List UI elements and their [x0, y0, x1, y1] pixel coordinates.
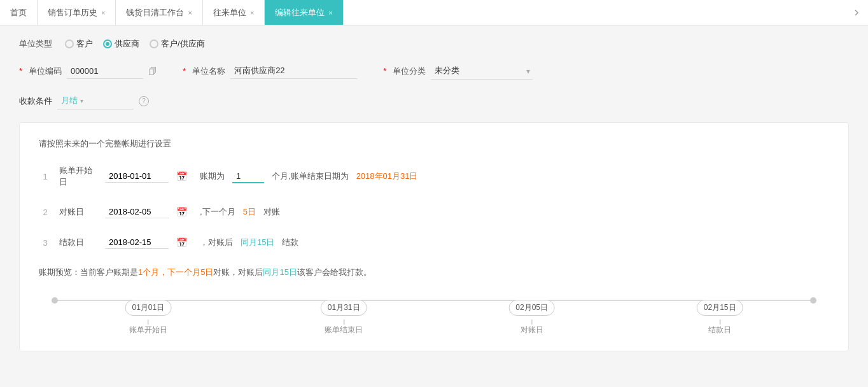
tab-more-button[interactable] [845, 0, 868, 25]
radio-customer[interactable]: 客户 [65, 38, 93, 50]
end-date-value: 2018年01月31日 [356, 171, 418, 182]
period-row-3: 3 结款日 📅 ，对账后同月15日 结款 [39, 236, 829, 249]
tab-sales-history-close[interactable]: × [101, 9, 105, 17]
tab-edit-partner[interactable]: 编辑往来单位 × [265, 0, 343, 25]
period-row-2: 2 对账日 📅 ,下一个月5日 对账 [39, 206, 829, 218]
payment-cond-select[interactable]: 月结 ▾ [57, 92, 134, 109]
timeline-right-dot [810, 297, 816, 304]
reconcile-highlight: 5日 [243, 206, 256, 218]
period-num-1: 1 [39, 172, 52, 181]
preview-text3: 对账，对账后 [213, 267, 263, 277]
card-instruction: 请按照未来的一个完整帐期进行设置 [39, 138, 829, 150]
unit-type-label: 单位类型 [19, 38, 52, 50]
timeline-node-1: 01月01日 账单开始日 [125, 300, 171, 335]
settlement-prefix: ，对账后 [200, 237, 233, 248]
tab-edit-partner-label: 编辑往来单位 [275, 7, 325, 18]
timeline-node-2: 01月31日 账单结束日 [321, 300, 367, 335]
timeline: 01月01日 账单开始日 01月31日 账单结束日 02月05日 对账 [39, 297, 829, 335]
radio-both-label: 客户/供应商 [161, 38, 205, 50]
unit-category-label: 单位分类 [393, 66, 426, 77]
unit-code-input[interactable] [67, 64, 143, 79]
tab-partner-close[interactable]: × [250, 9, 254, 17]
tl-label-3: 对账日 [521, 325, 543, 335]
preview-label: 账期预览：当前客户账期是 [39, 267, 138, 277]
reconcile-date-cal-icon[interactable]: 📅 [176, 207, 187, 217]
tl-badge-4: 02月15日 [697, 300, 743, 316]
reconcile-date-input[interactable] [105, 206, 169, 218]
tl-label-2: 账单结束日 [325, 325, 363, 335]
reconcile-suffix: 对账 [263, 206, 280, 218]
payment-cond-row: 收款条件 月结 ▾ ? [19, 92, 849, 109]
period-label-2: 对账日 [59, 206, 97, 218]
tab-cash-work-close[interactable]: × [188, 9, 192, 17]
radio-supplier-circle [103, 39, 112, 48]
preview-text: 账期预览：当前客户账期是1个月，下一个月5日对账，对账后同月15日该客户会给我打… [39, 267, 829, 278]
tab-cash-work[interactable]: 钱货日清工作台 × [116, 0, 202, 25]
tab-bar: 首页 销售订单历史 × 钱货日清工作台 × 往来单位 × 编辑往来单位 × [0, 0, 868, 25]
radio-customer-label: 客户 [76, 38, 93, 50]
period-suffix-after: 个月,账单结束日期为 [272, 171, 349, 182]
period-suffix-before: 账期为 [200, 171, 225, 182]
required-star-code: * [19, 66, 22, 76]
start-date-input[interactable] [105, 170, 169, 183]
preview-text5: 该客户会给我打款。 [297, 267, 372, 277]
settlement-suffix: 结款 [282, 237, 298, 248]
tl-badge-1: 01月01日 [125, 300, 171, 316]
tl-connector-1 [148, 320, 149, 325]
tab-cash-work-label: 钱货日清工作台 [126, 7, 184, 18]
radio-customer-circle [65, 39, 74, 48]
period-row-1: 1 账单开始日 📅 账期为 个月,账单结束日期为 2018年01月31日 [39, 165, 829, 188]
tl-connector-3 [531, 320, 533, 325]
tl-connector-4 [719, 320, 720, 325]
timeline-inner: 01月01日 账单开始日 01月31日 账单结束日 02月05日 对账 [52, 297, 816, 304]
preview-text4: 同月15日 [263, 267, 297, 277]
payment-cond-chevron-icon: ▾ [80, 97, 83, 104]
tab-sales-history-label: 销售订单历史 [48, 7, 97, 18]
payment-cond-value: 月结 [61, 95, 78, 106]
tl-connector-2 [343, 320, 344, 325]
main-content: 单位类型 客户 供应商 客户/供应商 * 单位编码 🗍 [0, 25, 868, 387]
timeline-node-4: 02月15日 结款日 [697, 300, 743, 335]
settlement-date-cal-icon[interactable]: 📅 [176, 237, 187, 248]
unit-info-row: * 单位编码 🗍 * 单位名称 * 单位分类 未分类 ▾ [19, 62, 849, 80]
unit-category-select[interactable]: 未分类 [431, 62, 533, 80]
tl-badge-2: 01月31日 [321, 300, 367, 316]
tl-label-1: 账单开始日 [129, 325, 167, 335]
required-star-name: * [183, 66, 186, 76]
radio-group: 客户 供应商 客户/供应商 [65, 38, 205, 50]
copy-icon[interactable]: 🗍 [148, 66, 157, 76]
preview-period: 1个月， [138, 267, 167, 277]
period-num-3: 3 [39, 238, 52, 248]
payment-cond-label: 收款条件 [19, 95, 52, 107]
radio-supplier-label: 供应商 [115, 38, 139, 50]
required-star-cat: * [383, 66, 386, 76]
tab-sales-history[interactable]: 销售订单历史 × [38, 0, 116, 25]
tl-label-4: 结款日 [708, 325, 731, 335]
help-icon[interactable]: ? [139, 96, 149, 106]
period-value-input[interactable] [232, 170, 264, 183]
unit-type-field: 单位类型 [19, 38, 52, 50]
unit-category-field: * 单位分类 未分类 ▾ [383, 62, 530, 80]
unit-type-row: 单位类型 客户 供应商 客户/供应商 [19, 38, 849, 50]
unit-code-field: * 单位编码 🗍 [19, 64, 157, 79]
period-num-2: 2 [39, 208, 52, 217]
radio-both-circle [150, 39, 158, 48]
tab-partner[interactable]: 往来单位 × [203, 0, 265, 25]
timeline-node-3: 02月05日 对账日 [508, 300, 555, 335]
chevron-right-icon [853, 9, 860, 17]
category-chevron-icon: ▾ [526, 67, 530, 76]
tab-home[interactable]: 首页 [0, 0, 38, 25]
unit-name-label: 单位名称 [192, 66, 225, 77]
radio-supplier[interactable]: 供应商 [103, 38, 139, 50]
tab-edit-partner-close[interactable]: × [328, 9, 332, 17]
tab-home-label: 首页 [10, 7, 27, 18]
unit-name-field: * 单位名称 [183, 64, 358, 79]
unit-name-input[interactable] [230, 64, 358, 79]
radio-both[interactable]: 客户/供应商 [150, 38, 205, 50]
settlement-date-input[interactable] [105, 236, 169, 249]
period-label-3: 结款日 [59, 237, 97, 248]
start-date-cal-icon[interactable]: 📅 [176, 171, 187, 181]
reconcile-prefix: ,下一个月 [200, 206, 235, 218]
settings-card: 请按照未来的一个完整帐期进行设置 1 账单开始日 📅 账期为 个月,账单结束日期… [19, 122, 849, 351]
unit-code-label: 单位编码 [29, 66, 62, 77]
